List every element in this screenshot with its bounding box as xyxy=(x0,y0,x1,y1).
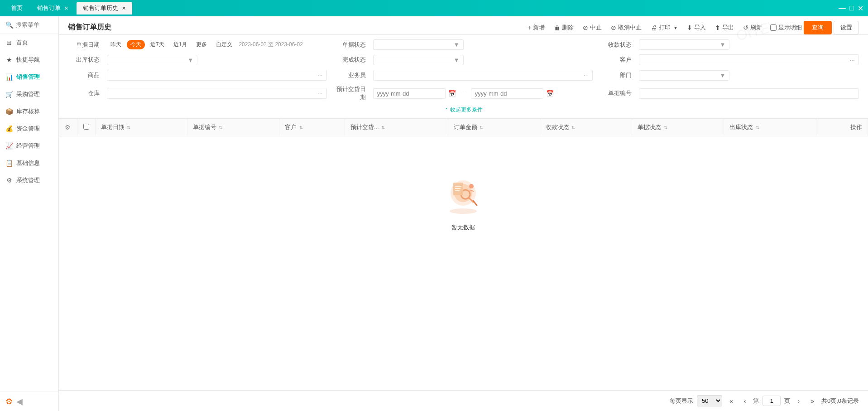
complete-status-chevron: ▼ xyxy=(454,57,460,63)
sidebar-item-purchase-label: 采购管理 xyxy=(16,90,40,98)
prev-page-button[interactable]: ‹ xyxy=(740,396,750,406)
sidebar-settings-icon[interactable]: ⚙ xyxy=(5,396,13,406)
shortcut-custom[interactable]: 自定义 xyxy=(212,40,236,49)
delete-button[interactable]: 🗑 删除 xyxy=(550,22,577,34)
bill-status-control[interactable]: ▼ xyxy=(373,39,593,50)
query-button[interactable]: 查询 xyxy=(804,21,832,34)
show-detail-toggle[interactable]: 显示明细 xyxy=(770,24,802,32)
tab-sales-order[interactable]: 销售订单 ✕ xyxy=(31,2,75,15)
tab-sales-history[interactable]: 销售订单历史 ✕ xyxy=(77,2,132,15)
bill-no-input[interactable] xyxy=(639,88,859,99)
stop-button[interactable]: ⊘ 中止 xyxy=(579,22,605,34)
shortcut-today[interactable]: 今天 xyxy=(127,40,145,49)
collapse-bar[interactable]: ⌃ 收起更多条件 xyxy=(68,106,859,114)
sidebar-item-finance[interactable]: 💰 资金管理 xyxy=(0,120,58,137)
expected-date-control: 📅 — 📅 xyxy=(373,88,593,99)
dept-control[interactable]: ▼ xyxy=(639,70,859,81)
sidebar-collapse-icon[interactable]: ◀ xyxy=(16,396,23,406)
add-button[interactable]: + 新增 xyxy=(524,22,548,34)
table-settings-icon[interactable]: ⚙ xyxy=(65,124,71,131)
sort-customer-icon[interactable]: ⇅ xyxy=(299,125,303,130)
sidebar-item-purchase[interactable]: 🛒 采购管理 xyxy=(0,86,58,103)
sort-pay-status-icon[interactable]: ⇅ xyxy=(571,125,575,130)
calendar-from-icon[interactable]: 📅 xyxy=(448,90,456,97)
expected-date-to[interactable] xyxy=(471,88,543,99)
quicknav-icon: ★ xyxy=(5,56,13,63)
out-status-control[interactable]: ▼ xyxy=(107,55,327,65)
tab-home[interactable]: 首页 xyxy=(5,2,29,15)
sidebar-search-label: 搜索菜单 xyxy=(16,21,39,29)
tab-home-label: 首页 xyxy=(11,4,23,12)
window-maximize-icon[interactable]: □ xyxy=(849,4,854,12)
first-page-button[interactable]: « xyxy=(726,396,737,406)
customer-dots[interactable]: ··· xyxy=(849,56,855,63)
filter-row-3: 商品 ··· 业务员 ··· 部门 ▼ xyxy=(68,70,859,81)
expected-date-from[interactable] xyxy=(373,88,446,99)
sidebar-item-sales[interactable]: 📊 销售管理 xyxy=(0,68,58,86)
sort-bill-status-icon[interactable]: ⇅ xyxy=(664,125,667,130)
sidebar-item-home-label: 首页 xyxy=(16,39,28,47)
sort-no-icon[interactable]: ⇅ xyxy=(219,125,222,130)
sidebar-item-inventory[interactable]: 📦 库存核算 xyxy=(0,103,58,120)
chevron-up-icon: ⌃ xyxy=(445,107,448,112)
refresh-button[interactable]: ↺ 刷新 xyxy=(739,22,766,34)
page-input[interactable] xyxy=(762,396,781,406)
salesperson-input-area[interactable]: ··· xyxy=(373,70,593,81)
table-body: 暂无数据 xyxy=(59,136,868,268)
export-button[interactable]: ⬆ 导出 xyxy=(711,22,738,34)
tab-sales-history-label: 销售订单历史 xyxy=(83,4,118,12)
page-size-select[interactable]: 50 10 20 100 xyxy=(697,395,722,406)
setting-button[interactable]: 设置 xyxy=(834,21,859,34)
tab-sales-order-close[interactable]: ✕ xyxy=(64,5,68,11)
sidebar-item-home[interactable]: ⊞ 首页 xyxy=(0,34,58,51)
shortcut-7days[interactable]: 近7天 xyxy=(147,40,168,49)
bill-status-select[interactable]: ▼ xyxy=(373,39,464,50)
next-page-button[interactable]: › xyxy=(794,396,803,406)
sidebar-search[interactable]: 🔍 搜索菜单 xyxy=(0,16,58,34)
sort-amount-icon[interactable]: ⇅ xyxy=(480,125,483,130)
sidebar-item-system[interactable]: ⚙ 系统管理 xyxy=(0,172,58,189)
sort-date-icon[interactable]: ⇅ xyxy=(127,125,130,130)
delete-label: 删除 xyxy=(562,24,574,32)
product-label: 商品 xyxy=(68,71,100,79)
calendar-to-icon[interactable]: 📅 xyxy=(546,90,554,97)
complete-status-select[interactable]: ▼ xyxy=(373,55,464,65)
sidebar-item-quicknav[interactable]: ★ 快捷导航 xyxy=(0,51,58,68)
search-icon: 🔍 xyxy=(5,21,13,29)
customer-input-area[interactable]: ··· xyxy=(639,54,859,65)
shortcut-1month[interactable]: 近1月 xyxy=(170,40,191,49)
show-detail-checkbox[interactable] xyxy=(770,24,777,31)
salesperson-dots[interactable]: ··· xyxy=(584,72,589,79)
pay-status-select[interactable]: ▼ xyxy=(639,39,729,50)
warehouse-input-area[interactable]: ··· xyxy=(107,88,327,99)
sort-expected-icon[interactable]: ⇅ xyxy=(381,125,385,130)
th-checkbox xyxy=(77,119,95,136)
dept-select[interactable]: ▼ xyxy=(639,70,729,81)
tab-sales-history-close[interactable]: ✕ xyxy=(122,5,126,11)
print-button[interactable]: 🖨 打印 ▼ xyxy=(647,22,681,34)
window-close-icon[interactable]: ✕ xyxy=(858,4,863,13)
sidebar-item-operation[interactable]: 📈 经营管理 xyxy=(0,137,58,155)
window-minimize-icon[interactable]: — xyxy=(839,4,846,12)
shortcut-yesterday[interactable]: 昨天 xyxy=(107,40,125,49)
out-status-select[interactable]: ▼ xyxy=(107,55,197,65)
product-input-area[interactable]: ··· xyxy=(107,70,327,81)
import-button[interactable]: ⬇ 导入 xyxy=(683,22,710,34)
sidebar-item-base[interactable]: 📋 基础信息 xyxy=(0,155,58,172)
stop-label: 中止 xyxy=(590,24,602,32)
collapse-label: 收起更多条件 xyxy=(450,106,483,114)
shortcut-more[interactable]: 更多 xyxy=(192,40,211,49)
import-icon: ⬇ xyxy=(687,24,692,31)
total-info: 共0页,0条记录 xyxy=(821,397,859,405)
sort-out-status-icon[interactable]: ⇅ xyxy=(756,125,759,130)
complete-status-control[interactable]: ▼ xyxy=(373,55,593,65)
select-all-checkbox[interactable] xyxy=(83,124,89,130)
pay-status-control[interactable]: ▼ xyxy=(639,39,859,50)
sidebar: 🔍 搜索菜单 ⊞ 首页 ★ 快捷导航 📊 销售管理 🛒 采购管理 📦 库存核算 … xyxy=(0,16,59,411)
th-settings: ⚙ xyxy=(59,119,77,136)
last-page-button[interactable]: » xyxy=(807,396,818,406)
product-dots[interactable]: ··· xyxy=(317,72,323,79)
warehouse-dots[interactable]: ··· xyxy=(317,90,323,97)
svg-line-10 xyxy=(473,201,477,205)
cancel-stop-button[interactable]: ⊘ 取消中止 xyxy=(607,22,645,34)
